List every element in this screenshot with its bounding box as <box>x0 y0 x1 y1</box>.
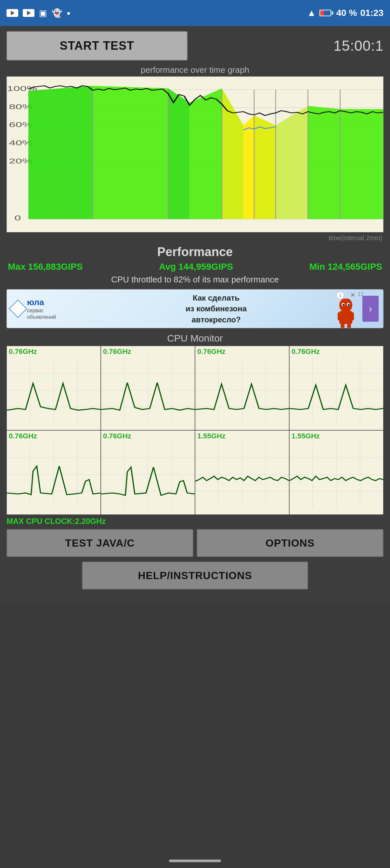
ad-chevron-icon[interactable]: › <box>362 296 379 322</box>
cpu-freq-6: 1.55GHz <box>197 432 226 440</box>
status-icons-right: ▲ 40 % 01:23 <box>307 8 384 18</box>
svg-marker-16 <box>189 88 222 219</box>
cpu-cell-0: 0.76GHz <box>7 346 100 430</box>
ad-logo-text: юла <box>27 297 56 307</box>
performance-stats: Max 156,883GIPS Avg 144,959GIPS Min 124,… <box>6 261 384 272</box>
performance-title: Performance <box>6 245 384 259</box>
start-test-button[interactable]: START TEST <box>6 31 187 60</box>
cpu-cell-3: 0.76GHz <box>290 346 383 430</box>
svg-rect-31 <box>339 311 352 324</box>
ad-number: 12 <box>358 291 364 297</box>
svg-marker-13 <box>28 86 93 219</box>
svg-text:0: 0 <box>14 214 21 222</box>
cpu-cell-1: 0.76GHz <box>101 346 195 430</box>
svg-point-30 <box>339 299 352 312</box>
dot-icon: ● <box>67 9 70 17</box>
bottom-buttons: TEST JAVA/C OPTIONS <box>6 529 384 557</box>
cpu-freq-4: 0.76GHz <box>9 432 37 440</box>
svg-point-38 <box>342 304 344 306</box>
cpu-freq-1: 0.76GHz <box>103 347 131 356</box>
battery-percent: 40 % <box>336 8 357 18</box>
performance-graph: 100% 80% 60% 40% 20% 0 <box>6 76 384 232</box>
cpu-freq-2: 0.76GHz <box>197 347 226 356</box>
svg-marker-22 <box>340 109 383 219</box>
throttle-text: CPU throttled to 82% of its max performa… <box>6 275 384 285</box>
svg-marker-21 <box>308 106 340 219</box>
ad-logo-sub: сервисобъявлений <box>27 307 56 320</box>
cpu-freq-0: 0.76GHz <box>9 347 37 356</box>
ad-logo: юла сервисобъявлений <box>11 297 70 320</box>
test-java-button[interactable]: TEST JAVA/C <box>6 529 193 557</box>
cpu-max-clock: MAX CPU CLOCK:2.20GHz <box>6 517 384 526</box>
cpu-freq-5: 0.76GHz <box>103 432 131 440</box>
ad-character <box>334 296 357 328</box>
status-bar: ▣ 👻 ● ▲ 40 % 01:23 <box>0 0 390 26</box>
top-row: START TEST 15:00:1 <box>6 31 384 60</box>
wifi-icon: ▲ <box>307 8 316 18</box>
svg-point-39 <box>348 304 350 306</box>
battery-icon <box>320 10 333 16</box>
cpu-cell-5: 0.76GHz <box>101 431 195 515</box>
status-icons-left: ▣ 👻 ● <box>6 8 70 18</box>
home-indicator <box>169 860 221 862</box>
svg-marker-14 <box>93 86 168 219</box>
clock-display: 01:23 <box>360 8 384 18</box>
cpu-freq-7: 1.55GHz <box>292 432 320 440</box>
svg-marker-15 <box>168 88 189 219</box>
svg-marker-20 <box>276 106 308 219</box>
svg-rect-33 <box>351 312 354 320</box>
options-button[interactable]: OPTIONS <box>197 529 384 557</box>
cpu-grid: 0.76GHz 0.76GHz <box>6 346 384 515</box>
help-button[interactable]: HELP/INSTRUCTIONS <box>82 562 308 589</box>
perf-avg: Avg 144,959GIPS <box>159 261 233 272</box>
svg-marker-18 <box>243 116 254 219</box>
perf-max: Max 156,883GIPS <box>8 261 83 272</box>
ghost-icon: 👻 <box>52 8 62 18</box>
svg-marker-19 <box>254 116 276 219</box>
cpu-monitor-title: CPU Monitor <box>6 333 384 344</box>
timer-display: 15:00:1 <box>191 38 384 54</box>
youtube2-icon <box>23 9 34 17</box>
cpu-cell-4: 0.76GHz <box>7 431 100 515</box>
cpu-freq-3: 0.76GHz <box>292 347 320 356</box>
cpu-cell-7: 1.55GHz <box>290 431 383 515</box>
ad-text: Как сделатьиз комбинезонаавтокресло? <box>70 292 362 325</box>
main-content: START TEST 15:00:1 performance over time… <box>0 26 390 601</box>
cpu-cell-6: 1.55GHz <box>195 431 289 515</box>
svg-rect-34 <box>340 324 344 328</box>
svg-rect-32 <box>338 312 341 320</box>
screen-icon: ▣ <box>39 8 47 18</box>
graph-title: performance over time graph <box>6 65 384 75</box>
graph-time-label: time(interval 2min) <box>6 234 384 242</box>
cpu-cell-2: 0.76GHz <box>195 346 289 430</box>
svg-rect-35 <box>347 324 351 328</box>
perf-min: Min 124,565GIPS <box>309 261 382 272</box>
youtube-icon <box>6 9 18 17</box>
ad-banner[interactable]: юла сервисобъявлений Как сделатьиз комби… <box>6 289 384 328</box>
